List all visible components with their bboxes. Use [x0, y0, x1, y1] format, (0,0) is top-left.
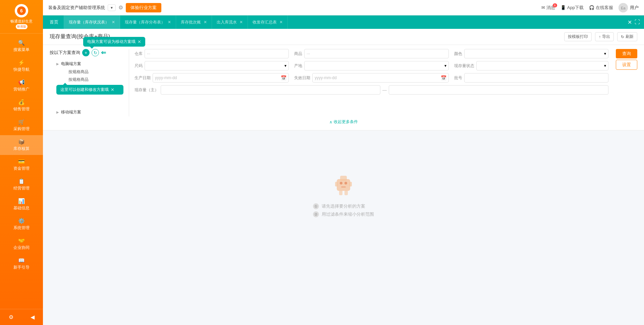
sidebar-item-label: 采购管理 — [13, 126, 30, 132]
stock-main-max-input[interactable] — [389, 85, 608, 95]
scheme-mobile[interactable]: ▶ 移动端方案 — [56, 108, 123, 116]
message-icon: ✉ — [541, 5, 545, 10]
sidebar-item-label: 营销推广 — [13, 87, 30, 92]
tooltip-close-btn[interactable]: ✕ — [138, 39, 141, 44]
svg-rect-5 — [340, 176, 347, 181]
arrow-left-btn[interactable]: ⇐ — [101, 49, 106, 56]
set-btn[interactable]: 设置 — [616, 60, 637, 70]
expire-date-placeholder: yyyy-mm-dd — [315, 75, 439, 80]
tab-inout-flow[interactable]: 出入库流水 ✕ — [212, 15, 248, 29]
tab-close-icon[interactable]: ✕ — [112, 20, 115, 24]
topbar-settings-icon[interactable]: ⚙ — [118, 4, 123, 11]
add-scheme-btn[interactable]: + — [82, 49, 90, 56]
goods-select[interactable]: ··· — [304, 49, 448, 58]
main-content: 装备及固定资产辅助管理系统 ▾ ⚙ 体验行业方案 ✉ 消息 6 📱 App下载 … — [43, 0, 644, 325]
stock-status-select[interactable]: ▾ — [476, 61, 608, 70]
card-icon: 💳 — [18, 158, 25, 165]
sidebar-item-inventory[interactable]: 📦 库存核算 — [0, 135, 43, 155]
warehouse-field: 仓库 ··· — [135, 49, 289, 58]
tab-inventory-status[interactable]: 现存量（库存状况表） ✕ — [64, 15, 120, 29]
app-name: 畅通道好生意 — [10, 19, 33, 23]
page-content: 现存量查询(按仓库+商品) 按模板打印 ↑ 导出 ↻ 刷新 — [43, 29, 644, 325]
search-btn[interactable]: 查询 — [616, 49, 637, 58]
sidebar-item-quick-nav[interactable]: ⚡ 快捷导航 — [0, 56, 43, 76]
sidebar-item-marketing[interactable]: 📢 营销推广 — [0, 76, 43, 96]
collapse-more-btn[interactable]: ∧ 收起更多条件 — [50, 116, 637, 127]
clipboard-icon: 📋 — [18, 178, 25, 184]
svg-point-7 — [344, 182, 347, 184]
template-print-btn[interactable]: 按模板打印 — [564, 32, 592, 41]
stock-main-field: 现存量（主） — — [135, 85, 608, 95]
sidebar-item-search[interactable]: 🔍 搜索菜单 — [0, 36, 43, 56]
size-select[interactable]: ▾ — [145, 61, 289, 70]
prod-date-label: 生产日期 — [135, 75, 151, 81]
page-header-actions: 按模板打印 ↑ 导出 ↻ 刷新 — [564, 32, 637, 41]
username-label: 用户 — [630, 5, 639, 11]
topbar: 装备及固定资产辅助管理系统 ▾ ⚙ 体验行业方案 ✉ 消息 6 📱 App下载 … — [43, 0, 644, 15]
dots-icon: ··· — [147, 51, 150, 56]
tab-receive-summary[interactable]: 收发存汇总表 ✕ — [248, 15, 288, 29]
chart-icon: 📊 — [18, 198, 25, 204]
support-btn[interactable]: 🎧 在线客服 — [589, 5, 613, 11]
stock-status-field: 现存量状态 ▾ — [454, 61, 608, 70]
scheme-pc[interactable]: ▶ 电脑端方案 — [56, 60, 123, 68]
collapse-sidebar-btn[interactable]: ◀ — [29, 313, 36, 322]
sidebar-item-system[interactable]: ⚙️ 系统管理 — [0, 214, 43, 234]
scheme-sub-item-1[interactable]: 按规格商品 — [62, 68, 123, 76]
export-btn[interactable]: ↑ 导出 — [595, 32, 614, 41]
tabbar: 首页 现存量（库存状况表） ✕ 现存量（库存分布表） ✕ 库存批次账 ✕ 出入库… — [43, 15, 644, 29]
refresh-scheme-btn[interactable]: ↻ — [92, 49, 99, 56]
sidebar-item-label: 经营管理 — [13, 185, 30, 191]
filter-scheme-label: 按以下方案查询 — [50, 50, 80, 56]
message-btn[interactable]: ✉ 消息 6 — [541, 5, 555, 11]
size-field: 尺码 ▾ — [135, 61, 289, 70]
prod-date-input[interactable]: yyyy-mm-dd 📅 — [153, 73, 289, 83]
tab-inventory-batch[interactable]: 库存批次账 ✕ — [176, 15, 212, 29]
tab-close-icon[interactable]: ✕ — [168, 20, 171, 24]
user-menu[interactable]: Ea 用户 — [619, 3, 639, 12]
tab-inventory-dist[interactable]: 现存量（库存分布表） ✕ — [120, 15, 176, 29]
tooltip-close2-btn[interactable]: ✕ — [111, 87, 114, 92]
expire-date-label: 失效日期 — [294, 75, 310, 81]
app-download-label: App下载 — [567, 5, 584, 11]
sidebar-item-operations[interactable]: 📋 经营管理 — [0, 175, 43, 195]
app-download-btn[interactable]: 📱 App下载 — [560, 5, 584, 11]
sidebar-item-label: 库存核算 — [13, 146, 30, 152]
color-label: 颜色 — [454, 51, 462, 57]
sidebar-item-basics[interactable]: 📊 基础信息 — [0, 195, 43, 214]
tab-close-icon[interactable]: ✕ — [279, 20, 283, 24]
origin-select[interactable]: ▾ — [304, 61, 448, 70]
expire-date-field: 失效日期 yyyy-mm-dd 📅 — [294, 73, 448, 83]
tooltip-pc-scheme: 电脑方案可设为移动方案哦 ✕ — [83, 37, 145, 47]
sidebar-item-purchase[interactable]: 🛒 采购管理 — [0, 115, 43, 135]
tooltip-edit-scheme: 这里可以创建和修改方案哦 ✕ — [56, 85, 123, 95]
settings-bottom-icon[interactable]: ⚙ — [7, 313, 15, 322]
tab-close-icon[interactable]: ✕ — [239, 20, 243, 24]
sidebar-item-finance[interactable]: 💳 资金管理 — [0, 155, 43, 175]
sidebar-item-enterprise[interactable]: 🤝 企业协同 — [0, 234, 43, 254]
message-badge: 6 — [553, 3, 557, 7]
tab-home[interactable]: 首页 — [44, 15, 64, 29]
sidebar-nav: 🔍 搜索菜单 ⚡ 快捷导航 📢 营销推广 💰 销售管理 🛒 采购管理 📦 库存核… — [0, 34, 43, 309]
chevron-down-icon: ▾ — [604, 63, 606, 68]
sidebar-item-sales[interactable]: 💰 销售管理 — [0, 96, 43, 115]
tabbar-close-all-icon[interactable]: ✕ — [628, 19, 632, 25]
sidebar-bottom: ⚙ ◀ — [0, 309, 43, 325]
refresh-btn[interactable]: ↻ 刷新 — [617, 32, 637, 41]
sidebar-item-guide[interactable]: 📖 新手引导 — [0, 254, 43, 274]
expire-date-input[interactable]: yyyy-mm-dd 📅 — [312, 73, 448, 83]
tab-close-icon[interactable]: ✕ — [204, 20, 207, 24]
stock-main-min-input[interactable] — [161, 85, 380, 95]
batch-input[interactable] — [464, 73, 608, 83]
headset-icon: 🎧 — [589, 5, 594, 10]
tab-label: 收发存汇总表 — [253, 19, 277, 25]
app-logo-icon: 6 — [15, 4, 28, 17]
scheme-tree: ▶ 电脑端方案 按规格商品 按规格商品 这里可以创建和修改方案哦 ✕ — [50, 58, 123, 116]
trial-btn[interactable]: 体验行业方案 — [126, 3, 161, 12]
color-select[interactable]: ▾ — [464, 49, 608, 58]
system-select[interactable]: ▾ — [108, 4, 116, 11]
scheme-sub-item-2[interactable]: 按规格商品 — [62, 76, 123, 84]
warehouse-select[interactable]: ··· — [145, 49, 289, 58]
tabbar-expand-icon[interactable]: ⛶ — [635, 19, 640, 25]
tip1-num: ① — [313, 203, 319, 209]
